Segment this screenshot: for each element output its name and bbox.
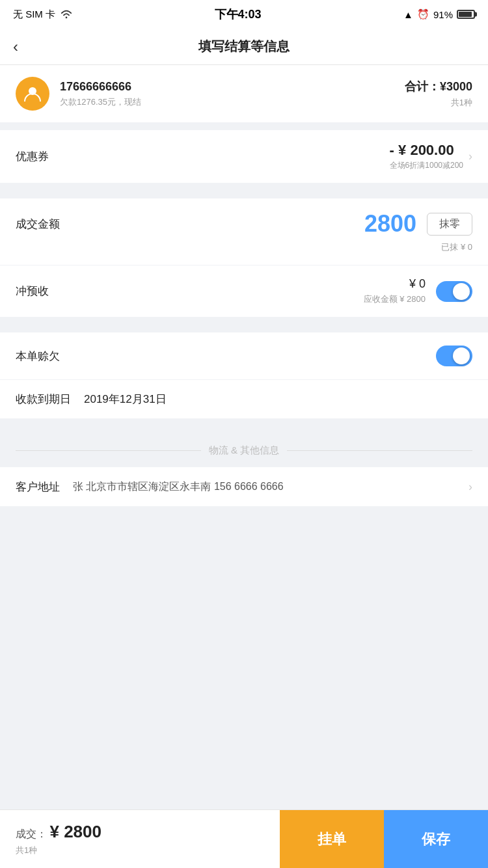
hold-button[interactable]: 挂单 [280,810,384,868]
deal-row: 成交金额 2800 抹零 [16,210,472,237]
bottom-deal-label: 成交： [16,828,47,839]
avatar [16,77,49,111]
duedate-label: 收款到期日 [16,392,71,407]
coupon-row[interactable]: 优惠券 - ¥ 200.00 全场6折满1000减200 › [0,130,488,183]
bottom-buttons: 挂单 保存 [280,810,488,868]
user-debt: 欠款1276.35元，现结 [60,96,141,108]
address-label: 客户地址 [16,480,60,495]
user-info: 17666666666 欠款1276.35元，现结 [60,80,141,108]
page-title: 填写结算等信息 [198,38,290,55]
prepay-section: 冲预收 ¥ 0 应收金额 ¥ 2800 [0,265,488,317]
coupon-amount: - ¥ 200.00 [390,142,463,159]
prepay-amount: ¥ 0 [364,277,426,291]
duedate-value: 2019年12月31日 [84,392,167,407]
duedate-section: 收款到期日 2019年12月31日 [0,379,488,418]
coupon-label: 优惠券 [16,149,49,164]
coupon-description: 全场6折满1000减200 [390,160,463,171]
deal-sub-label: 已抹 ¥ 0 [16,241,472,253]
bottom-count: 共1种 [16,845,264,856]
section-divider-3 [0,418,488,426]
section-divider-1 [0,191,488,198]
total-count: 共1种 [405,97,472,109]
duedate-row: 收款到期日 2019年12月31日 [16,392,472,407]
status-bar: 无 SIM 卡 下午4:03 ▲ ⏰ 91% [0,0,488,29]
address-chevron-icon: › [468,480,472,494]
battery-icon [457,10,475,19]
prepay-right: ¥ 0 应收金额 ¥ 2800 [364,277,472,305]
bottom-bar: 成交： ¥ 2800 共1种 挂单 保存 [0,809,488,868]
user-left: 17666666666 欠款1276.35元，现结 [16,77,141,111]
user-card: 17666666666 欠款1276.35元，现结 合计：¥3000 共1种 [0,65,488,122]
nav-bar: ‹ 填写结算等信息 [0,29,488,65]
main-content: 17666666666 欠款1276.35元，现结 合计：¥3000 共1种 优… [0,65,488,571]
user-phone: 17666666666 [60,80,141,94]
status-right: ▲ ⏰ 91% [403,8,475,20]
deal-right: 2800 抹零 [364,210,472,237]
arrears-section: 本单赊欠 [0,332,488,379]
arrears-label: 本单赊欠 [16,349,60,364]
address-section[interactable]: 客户地址 张 北京市市辖区海淀区永丰南 156 6666 6666 › [0,467,488,506]
bottom-deal-row: 成交： ¥ 2800 [16,822,264,842]
section-divider-2 [0,317,488,325]
prepay-row: 冲预收 ¥ 0 应收金额 ¥ 2800 [16,277,472,305]
bottom-amount: ¥ 2800 [49,822,102,841]
status-time: 下午4:03 [215,7,262,22]
battery-percent: 91% [433,9,453,20]
coupon-chevron-icon: › [468,150,472,163]
prepay-toggle-thumb [453,283,470,300]
wifi-icon [61,10,72,19]
status-left: 无 SIM 卡 [13,8,72,21]
address-value: 张 北京市市辖区海淀区永丰南 156 6666 6666 [73,479,468,495]
deal-amount-section: 成交金额 2800 抹零 已抹 ¥ 0 [0,198,488,265]
user-total: 合计：¥3000 共1种 [405,79,472,109]
deal-amount-value: 2800 [364,210,416,237]
save-button[interactable]: 保存 [384,810,488,868]
prepay-label: 冲预收 [16,284,49,299]
round-button[interactable]: 抹零 [427,213,472,236]
logistics-label: 物流 & 其他信息 [209,444,279,457]
arrears-toggle-thumb [453,347,470,364]
total-amount: 合计：¥3000 [405,79,472,94]
carrier-label: 无 SIM 卡 [13,8,55,21]
prepay-sub: 应收金额 ¥ 2800 [364,293,426,305]
alarm-icon: ⏰ [417,8,429,20]
logistics-divider: 物流 & 其他信息 [0,434,488,467]
back-button[interactable]: ‹ [13,34,23,60]
bottom-info: 成交： ¥ 2800 共1种 [0,822,280,856]
coupon-right: - ¥ 200.00 全场6折满1000减200 › [390,142,472,171]
deal-label: 成交金额 [16,217,60,232]
arrears-toggle[interactable] [436,346,472,366]
location-icon: ▲ [403,9,413,20]
prepay-toggle[interactable] [436,281,472,302]
